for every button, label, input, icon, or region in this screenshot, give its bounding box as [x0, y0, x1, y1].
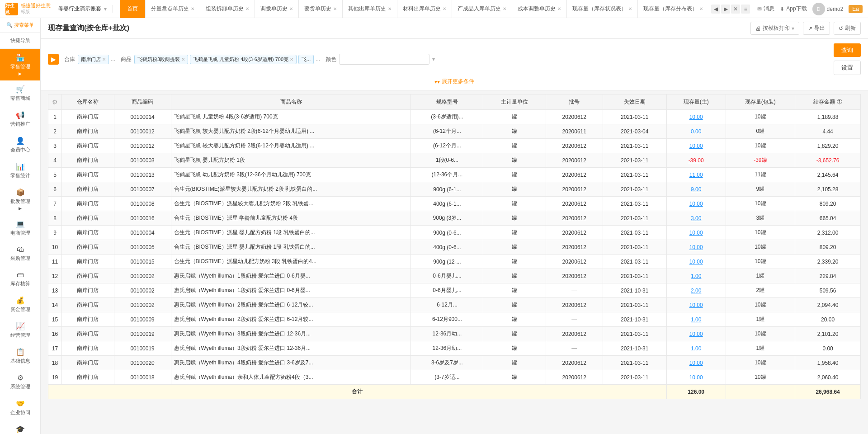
tab-qitachuku[interactable]: 其他出库单历史 ✕: [343, 0, 397, 18]
user-info[interactable]: D demo2: [812, 3, 844, 15]
cell-balance: 20.00: [795, 312, 861, 327]
page-title: 现存量查询(按仓库+批次): [48, 24, 129, 33]
app-download-btn[interactable]: ⬇ App下载: [780, 5, 807, 13]
color-input[interactable]: [339, 54, 429, 65]
tab-chanchengruku[interactable]: 产成品入库单历史 ✕: [452, 0, 512, 18]
cell-batch: 20200612: [546, 110, 603, 124]
cell-stock-main[interactable]: 2.00: [666, 283, 726, 298]
sidebar-item-retail-stats[interactable]: 📊 零售统计: [0, 158, 40, 184]
warehouse-label: 合库: [64, 56, 75, 63]
color-dropdown[interactable]: ▾: [432, 56, 435, 62]
warehouse-more[interactable]: ...: [111, 56, 115, 62]
sidebar-search[interactable]: 🔍 搜索菜单: [0, 18, 40, 33]
cell-code: 00100008: [114, 197, 171, 211]
sidebar-item-finance[interactable]: 💰 资金管理: [0, 292, 40, 317]
tab-home[interactable]: 首页: [120, 0, 146, 18]
cell-stock-main[interactable]: 10.00: [666, 255, 726, 269]
cell-stock-main[interactable]: 11.00: [666, 168, 726, 182]
cell-stock-main[interactable]: 10.00: [666, 197, 726, 211]
sidebar-item-inventory[interactable]: 🗃 库存核算: [0, 266, 40, 292]
sidebar-item-system[interactable]: ⚙ 系统管理: [0, 369, 40, 395]
cell-stock-main[interactable]: 10.00: [666, 370, 726, 385]
col-settings[interactable]: ⚙: [48, 94, 62, 110]
print-btn[interactable]: 🖨 按模板打印 ▾: [750, 22, 799, 35]
settings-icon[interactable]: ⚙: [52, 99, 58, 106]
cell-stock-main[interactable]: 1.00: [666, 312, 726, 327]
product-more[interactable]: ...: [316, 56, 320, 62]
cell-batch: 20200612: [546, 298, 603, 312]
account-selector[interactable]: 母婴行业演示账套 ▾: [58, 5, 113, 13]
tab-xiancunliang-kuanzhuang[interactable]: 现存量（库存状况表）✕: [567, 0, 638, 18]
expand-more-conditions[interactable]: ▾▾ 展开更多条件: [48, 78, 861, 85]
cell-spec: 6-12月...: [411, 298, 483, 312]
cell-stock-pkg: 10罐: [726, 139, 795, 153]
product-tag-close-2[interactable]: ✕: [290, 57, 293, 62]
cell-warehouse: 南岸门店: [62, 240, 114, 255]
product-tag-close-1[interactable]: ✕: [181, 57, 185, 62]
cell-stock-main[interactable]: 10.00: [666, 356, 726, 370]
cell-stock-main[interactable]: 10.00: [666, 298, 726, 312]
tab-xiancunliang-fenbu[interactable]: 现存量（库存分布表）✕: [638, 0, 704, 18]
sidebar-item-retail-shop[interactable]: 🛒 零售商城: [0, 80, 40, 106]
print-dropdown-icon[interactable]: ▾: [792, 25, 794, 32]
cell-stock-main[interactable]: 1.00: [666, 341, 726, 356]
expand-btn[interactable]: Ea: [849, 5, 863, 13]
sidebar-item-basic-info[interactable]: 📋 基础信息: [0, 343, 40, 369]
cell-stock-main[interactable]: 3.00: [666, 211, 726, 226]
sidebar-quick-nav[interactable]: 快捷导航: [0, 33, 40, 49]
cell-stock-main[interactable]: 10.00: [666, 240, 726, 255]
cell-stock-main[interactable]: 10.00: [666, 139, 726, 153]
table-header-row: ⚙ 仓库名称 商品编码 商品名称 规格型号 主计量单位 批号 失效日期 现存量(…: [48, 94, 861, 110]
tab-zuzhuangchaijian[interactable]: 组装拆卸单历史 ✕: [200, 0, 255, 18]
warehouse-tag-close[interactable]: ✕: [102, 57, 106, 62]
tab-prev[interactable]: ◀: [711, 5, 720, 14]
refresh-btn[interactable]: ↺ 刷新: [834, 22, 861, 35]
setting-btn[interactable]: 设置: [834, 61, 861, 75]
query-btn[interactable]: 查询: [834, 43, 861, 57]
table-row: 12 南岸门店 00100002 惠氏启赋（Wyeth illuma）1段奶粉 …: [48, 269, 861, 283]
sidebar-item-purchase[interactable]: 🛍 采购管理: [0, 241, 40, 266]
cell-stock-main[interactable]: 10.00: [666, 327, 726, 341]
tab-menu[interactable]: ≡: [741, 5, 750, 14]
tab-diaobodanlishi[interactable]: 调拨单历史 ✕: [255, 0, 299, 18]
export-btn[interactable]: ↗ 导出: [803, 22, 830, 35]
ecommerce-icon: 💻: [16, 220, 25, 228]
quick-nav-label[interactable]: 快捷导航: [0, 34, 40, 47]
cell-no: 10: [48, 240, 62, 255]
sidebar-item-retail-mgmt[interactable]: 🏪 零售管理 ▶: [0, 49, 40, 80]
cell-expire: 2021-03-11: [603, 327, 666, 341]
tab-cailiaochuku[interactable]: 材料出库单历史 ✕: [397, 0, 452, 18]
cell-batch: 20200612: [546, 197, 603, 211]
tab-chengbentiaozhen[interactable]: 成本调整单历史 ✕: [512, 0, 567, 18]
tab-close-all[interactable]: ✕: [731, 5, 740, 14]
cell-expire: 2021-03-11: [603, 168, 666, 182]
dropdown-icon[interactable]: ▾: [104, 6, 107, 12]
cell-unit: 罐: [483, 283, 546, 298]
tab-fenliangpandian[interactable]: 分量盘点单历史 ✕: [146, 0, 200, 18]
filter-expand-btn[interactable]: ▶: [48, 54, 59, 65]
sidebar-item-marketing[interactable]: 📢 营销推广: [0, 106, 40, 132]
cell-code: 00100002: [114, 298, 171, 312]
cell-batch: 20200611: [546, 124, 603, 139]
sidebar-item-newbie[interactable]: 🎓 新手引导: [0, 420, 40, 434]
cell-spec: 900g (6-1...: [411, 182, 483, 197]
tab-next[interactable]: ▶: [721, 5, 730, 14]
cell-stock-main[interactable]: 9.00: [666, 182, 726, 197]
message-btn[interactable]: ✉ 消息: [757, 5, 774, 13]
sidebar-item-collab[interactable]: 🤝 企业协同: [0, 395, 40, 420]
cell-stock-main[interactable]: -39.00: [666, 153, 726, 168]
sidebar-item-ecommerce[interactable]: 💻 电商管理: [0, 215, 40, 241]
sidebar-item-business[interactable]: 📈 经营管理: [0, 317, 40, 343]
sidebar-item-member[interactable]: 👤 会员中心: [0, 132, 40, 158]
cell-warehouse: 南岸门店: [62, 153, 114, 168]
tab-yaohuo[interactable]: 要货单历史 ✕: [299, 0, 343, 18]
sidebar-item-wholesale[interactable]: 📦 批发管理 ▶: [0, 184, 40, 215]
cell-name: 飞鹤星飞帆 儿童奶粉 4段(3-6岁适用) 700克: [171, 110, 411, 124]
cell-stock-pkg: 0罐: [726, 124, 795, 139]
cell-spec: 900g (3岁...: [411, 211, 483, 226]
cell-warehouse: 南岸门店: [62, 110, 114, 124]
cell-stock-main[interactable]: 10.00: [666, 110, 726, 124]
cell-stock-main[interactable]: 1.00: [666, 269, 726, 283]
cell-stock-main[interactable]: 10.00: [666, 226, 726, 240]
cell-stock-main[interactable]: 0.00: [666, 124, 726, 139]
